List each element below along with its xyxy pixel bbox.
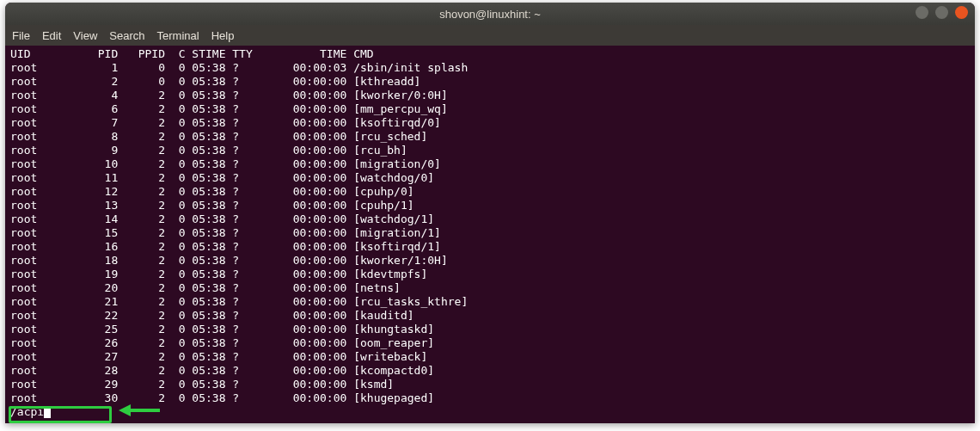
minimize-button[interactable] <box>916 6 928 19</box>
menu-file[interactable]: File <box>12 29 30 42</box>
menu-help[interactable]: Help <box>211 29 235 42</box>
terminal-output[interactable]: UID PID PPID C STIME TTY TIME CMD root 1… <box>5 46 975 419</box>
window-title: shovon@linuxhint: ~ <box>439 8 541 21</box>
cursor <box>44 406 51 418</box>
menu-terminal[interactable]: Terminal <box>157 29 199 42</box>
maximize-button[interactable] <box>935 6 948 19</box>
window-controls <box>916 6 968 19</box>
titlebar[interactable]: shovon@linuxhint: ~ <box>5 3 975 25</box>
search-prompt[interactable]: /acpi <box>10 405 970 419</box>
search-text: /acpi <box>10 405 44 418</box>
menubar: File Edit View Search Terminal Help <box>5 25 975 46</box>
close-button[interactable] <box>955 6 968 19</box>
menu-search[interactable]: Search <box>109 29 144 42</box>
menu-edit[interactable]: Edit <box>42 29 61 42</box>
terminal-window: shovon@linuxhint: ~ File Edit View Searc… <box>5 3 975 423</box>
menu-view[interactable]: View <box>73 29 97 42</box>
